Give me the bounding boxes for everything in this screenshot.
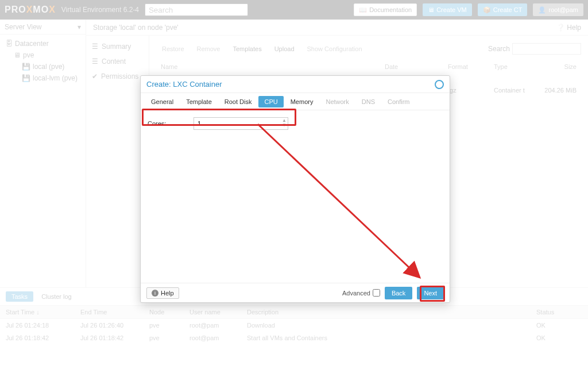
tab-general[interactable]: General [145, 96, 179, 107]
dialog-footer: iHelp Advanced Back Next [141, 283, 450, 302]
spinner-icon[interactable]: ▲▼ [282, 118, 287, 128]
cores-field[interactable]: ▲▼ [194, 117, 288, 130]
tab-cpu[interactable]: CPU [258, 96, 283, 107]
help-button[interactable]: iHelp [146, 287, 179, 299]
next-button[interactable]: Next [417, 287, 444, 299]
back-button[interactable]: Back [385, 287, 412, 299]
cores-input[interactable] [194, 117, 288, 130]
tab-memory[interactable]: Memory [285, 96, 319, 107]
advanced-toggle[interactable]: Advanced [342, 289, 380, 297]
tab-confirm: Confirm [382, 96, 416, 107]
tab-rootdisk[interactable]: Root Disk [219, 96, 258, 107]
advanced-checkbox[interactable] [373, 289, 380, 297]
cores-label: Cores: [148, 120, 189, 127]
close-icon[interactable] [435, 80, 444, 89]
cores-row: Cores: ▲▼ [148, 116, 443, 131]
dialog-body: Cores: ▲▼ [141, 110, 450, 283]
create-ct-dialog: Create: LXC Container General Template R… [140, 75, 450, 303]
tab-template[interactable]: Template [180, 96, 218, 107]
dialog-header: Create: LXC Container [141, 76, 450, 93]
wizard-tabs: General Template Root Disk CPU Memory Ne… [141, 93, 450, 110]
dialog-title: Create: LXC Container [146, 80, 222, 89]
tab-network: Network [320, 96, 354, 107]
tab-dns: DNS [356, 96, 381, 107]
